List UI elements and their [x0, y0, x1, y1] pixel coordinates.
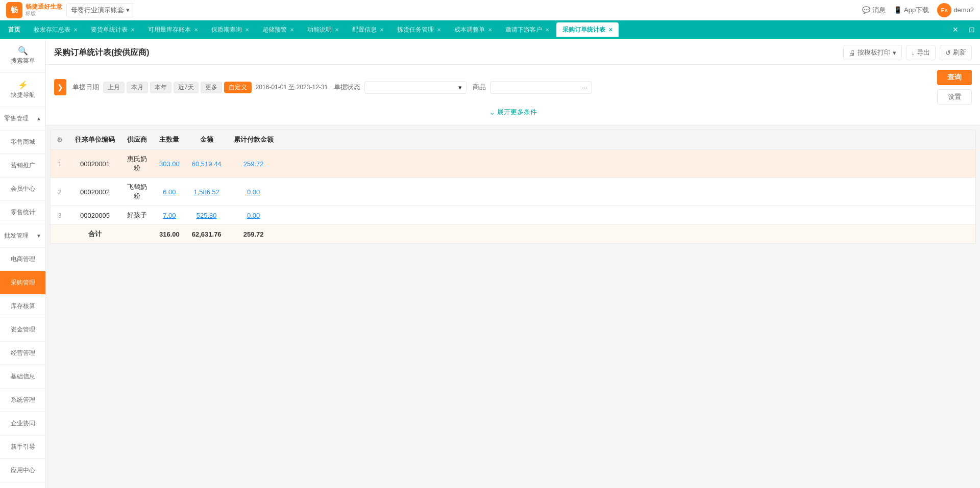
- logo-area: 畅 畅捷通好生意 标版: [6, 2, 62, 18]
- query-button[interactable]: 查询: [937, 70, 972, 85]
- col-settings[interactable]: ⚙: [51, 130, 69, 150]
- page-title: 采购订单统计表(按供应商): [54, 47, 150, 58]
- sidebar-item-search[interactable]: 🔍 搜索菜单: [0, 39, 45, 73]
- shortcut-this-month[interactable]: 本月: [127, 82, 148, 93]
- tab-close-icon[interactable]: ✕: [245, 27, 249, 33]
- tab-close-icon[interactable]: ✕: [74, 27, 78, 33]
- sidebar-item-ecommerce[interactable]: 电商管理: [0, 248, 45, 271]
- avatar: Ea: [937, 3, 951, 17]
- user-area[interactable]: Ea demo2: [937, 3, 974, 17]
- shortcut-last-month[interactable]: 上月: [103, 82, 125, 93]
- refresh-button[interactable]: ↺ 刷新: [940, 45, 972, 60]
- export-button[interactable]: ↓ 导出: [906, 45, 936, 60]
- nav-tabs: 首页 收发存汇总表 ✕ 要货单统计表 ✕ 可用量库存账本 ✕ 保质期查询 ✕ 超…: [0, 20, 980, 39]
- sidebar: 🔍 搜索菜单 ⚡ 快捷导航 零售管理 ▲ 零售商城 营销推广 会员中心 零售统计…: [0, 39, 46, 488]
- phone-icon: 📱: [894, 6, 902, 14]
- sidebar-item-retail-mgmt[interactable]: 零售管理 ▲: [0, 107, 45, 131]
- sidebar-item-finance[interactable]: 资金管理: [0, 318, 45, 342]
- sidebar-item-wholesale[interactable]: 批发管理 ▼: [0, 224, 45, 248]
- row-amount[interactable]: 1,586.52: [186, 178, 228, 206]
- logo-text: 畅捷通好生意 标版: [26, 3, 62, 16]
- sidebar-item-member[interactable]: 会员中心: [0, 177, 45, 201]
- sidebar-item-system[interactable]: 系统管理: [0, 389, 45, 412]
- col-paid: 累计付款金额: [228, 130, 280, 150]
- toggle-filter-button[interactable]: ❯: [54, 79, 66, 95]
- footer-label: 合计: [69, 225, 121, 244]
- row-paid[interactable]: 0.00: [228, 206, 280, 225]
- tab-chengben[interactable]: 成本调整单 ✕: [448, 22, 498, 37]
- tab-shoufacun[interactable]: 收发存汇总表 ✕: [28, 22, 84, 37]
- shortcut-7days[interactable]: 近7天: [174, 82, 199, 93]
- nav-icon: ⚡: [2, 80, 43, 90]
- row-amount[interactable]: 525.80: [186, 206, 228, 225]
- page-header: 采购订单统计表(按供应商) 🖨 按模板打印 ▾ ↓ 导出 ↺ 刷新: [46, 39, 980, 65]
- row-qty[interactable]: 7.00: [153, 206, 186, 225]
- app-download-button[interactable]: 📱 App下载: [894, 6, 929, 15]
- message-button[interactable]: 💬 消息: [862, 6, 886, 15]
- row-qty[interactable]: 6.00: [153, 178, 186, 206]
- tab-jianhuo[interactable]: 拣货任务管理 ✕: [391, 22, 447, 37]
- tab-close-icon[interactable]: ✕: [608, 27, 612, 33]
- row-paid[interactable]: 259.72: [228, 150, 280, 178]
- sidebar-item-purchase[interactable]: 采购管理: [0, 271, 45, 295]
- sidebar-item-app-center[interactable]: 应用中心: [0, 459, 45, 482]
- sidebar-item-quicknav[interactable]: ⚡ 快捷导航: [0, 73, 45, 107]
- date-range-display: 2016-01-01 至 2023-12-31: [256, 83, 328, 92]
- shortcut-this-year[interactable]: 本年: [150, 82, 172, 93]
- table-row: 3 00020005 好孩子 7.00 525.80 0.00: [51, 206, 975, 225]
- row-paid[interactable]: 0.00: [228, 178, 280, 206]
- tab-home[interactable]: 首页: [2, 22, 27, 37]
- sidebar-item-retail-mall[interactable]: 零售商城: [0, 131, 45, 154]
- status-label: 单据状态: [334, 83, 360, 92]
- status-select[interactable]: ▾: [364, 81, 467, 94]
- goods-input[interactable]: ···: [490, 81, 592, 94]
- settings-button[interactable]: 设置: [937, 89, 972, 105]
- footer-empty2: [121, 225, 153, 244]
- status-filter-group: 单据状态 ▾: [334, 81, 467, 94]
- sidebar-item-basic-info[interactable]: 基础信息: [0, 365, 45, 389]
- tab-caigou-active[interactable]: 采购订单统计表 ✕: [556, 22, 619, 37]
- sidebar-item-wechat[interactable]: 企业微信: [0, 482, 45, 488]
- expand-more-button[interactable]: ⌄ 展开更多条件: [54, 105, 972, 120]
- date-shortcuts: 上月 本月 本年 近7天 更多 自定义: [103, 82, 252, 93]
- tab-yaoqing[interactable]: 邀请下游客户 ✕: [499, 22, 555, 37]
- chevron-down-icon: ▾: [458, 84, 462, 91]
- shortcut-more[interactable]: 更多: [201, 82, 222, 93]
- row-qty[interactable]: 303.00: [153, 150, 186, 178]
- sidebar-item-retail-stats[interactable]: 零售统计: [0, 201, 45, 224]
- restore-tab-btn[interactable]: ⊡: [966, 24, 978, 35]
- nav-tabs-right: ✕ ⊡: [949, 24, 978, 35]
- top-bar: 畅 畅捷通好生意 标版 母婴行业演示账套 ▾ 💬 消息 📱 App下载 Ea d…: [0, 0, 980, 20]
- table-row: 1 00020001 惠氏奶粉 303.00 60,519.44 259.72: [51, 150, 975, 178]
- sidebar-item-marketing[interactable]: 营销推广: [0, 154, 45, 177]
- row-amount[interactable]: 60,519.44: [186, 150, 228, 178]
- sidebar-item-inventory[interactable]: 库存核算: [0, 295, 45, 318]
- tab-chaochu[interactable]: 超储预警 ✕: [256, 22, 300, 37]
- tab-gongneng[interactable]: 功能说明 ✕: [301, 22, 345, 37]
- tab-baozhi[interactable]: 保质期查询 ✕: [205, 22, 255, 37]
- close-tab-btn[interactable]: ✕: [949, 24, 962, 35]
- tab-close-icon[interactable]: ✕: [131, 27, 135, 33]
- tab-close-icon[interactable]: ✕: [194, 27, 198, 33]
- tab-keyongliang[interactable]: 可用量库存账本 ✕: [142, 22, 204, 37]
- footer-qty: 316.00: [153, 225, 186, 244]
- tab-close-icon[interactable]: ✕: [380, 27, 384, 33]
- row-code: 00020002: [69, 178, 121, 206]
- footer-amount: 62,631.76: [186, 225, 228, 244]
- tab-peizhi[interactable]: 配置信息 ✕: [346, 22, 390, 37]
- workspace-selector[interactable]: 母婴行业演示账套 ▾: [66, 3, 134, 17]
- print-button[interactable]: 🖨 按模板打印 ▾: [843, 45, 902, 60]
- tab-close-icon[interactable]: ✕: [545, 27, 549, 33]
- tab-close-icon[interactable]: ✕: [335, 27, 339, 33]
- goods-label: 商品: [473, 83, 486, 92]
- tab-close-icon[interactable]: ✕: [488, 27, 492, 33]
- sidebar-item-operations[interactable]: 经营管理: [0, 342, 45, 365]
- sidebar-item-newbie[interactable]: 新手引导: [0, 435, 45, 459]
- row-supplier: 飞鹤奶粉: [121, 178, 153, 206]
- tab-close-icon[interactable]: ✕: [437, 27, 441, 33]
- tab-close-icon[interactable]: ✕: [290, 27, 294, 33]
- content-area: 采购订单统计表(按供应商) 🖨 按模板打印 ▾ ↓ 导出 ↺ 刷新: [46, 39, 980, 488]
- sidebar-item-enterprise[interactable]: 企业协同: [0, 412, 45, 435]
- shortcut-custom[interactable]: 自定义: [224, 82, 252, 93]
- tab-yaohuodan[interactable]: 要货单统计表 ✕: [85, 22, 141, 37]
